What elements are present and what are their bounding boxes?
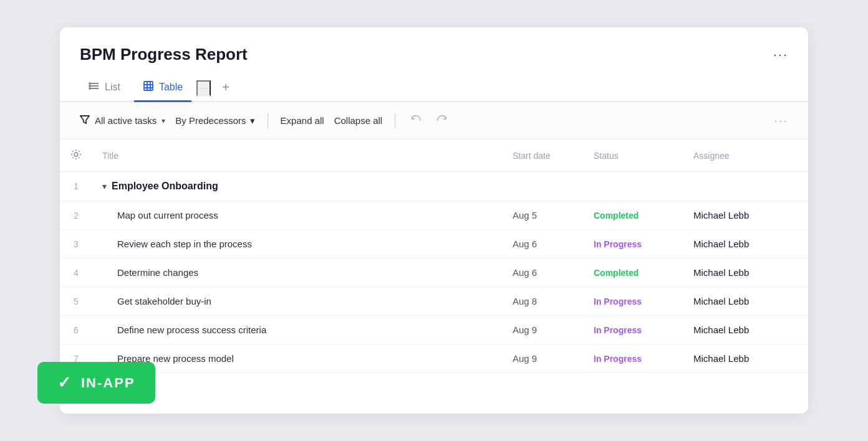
tab-table[interactable]: Table — [134, 74, 191, 102]
row-assignee-cell: Michael Lebb — [683, 230, 808, 258]
tasks-table: Title Start date Status Assignee 1▾Emplo… — [60, 140, 808, 373]
title-column-header: Title — [92, 140, 503, 172]
row-number: 1 — [60, 172, 92, 201]
toolbar-divider — [268, 113, 268, 128]
svg-marker-11 — [80, 116, 89, 123]
date-column-header: Start date — [503, 140, 584, 172]
filter-button[interactable]: All active tasks ▾ — [80, 115, 165, 127]
page-title: BPM Progress Report — [80, 45, 248, 64]
row-status-cell: In Progress — [584, 230, 683, 258]
status-badge: Completed — [594, 211, 639, 220]
row-assignee-cell: Michael Lebb — [683, 316, 808, 344]
row-assignee-cell: Michael Lebb — [683, 344, 808, 373]
table-icon — [143, 80, 154, 94]
row-assignee-cell: Michael Lebb — [683, 287, 808, 316]
in-app-badge: ✓ IN-APP — [37, 362, 155, 404]
table-row[interactable]: 3Review each step in the processAug 6In … — [60, 230, 808, 258]
row-status-cell: In Progress — [584, 344, 683, 373]
task-title-text: Get stakeholder buy-in — [102, 296, 211, 306]
row-date-cell: Aug 9 — [503, 316, 584, 344]
row-date-cell: Aug 6 — [503, 230, 584, 258]
table-header-row: Title Start date Status Assignee — [60, 140, 808, 172]
settings-icon — [70, 153, 82, 163]
row-status-cell: In Progress — [584, 316, 683, 344]
row-title-cell: Determine changes — [92, 258, 503, 287]
row-status-cell: Completed — [584, 201, 683, 230]
table-row[interactable]: 7Prepare new process modelAug 9In Progre… — [60, 344, 808, 373]
row-status-cell: In Progress — [584, 287, 683, 316]
svg-point-12 — [74, 153, 78, 156]
table-row[interactable]: 4Determine changesAug 6CompletedMichael … — [60, 258, 808, 287]
row-status-cell — [584, 172, 683, 201]
status-badge: In Progress — [594, 354, 642, 364]
toolbar-more-button[interactable]: ··· — [774, 113, 788, 128]
row-assignee-cell: Michael Lebb — [683, 258, 808, 287]
filter-icon — [80, 115, 90, 127]
filter-chevron-icon: ▾ — [162, 116, 165, 125]
row-number: 2 — [60, 201, 92, 230]
row-date-cell: Aug 5 — [503, 201, 584, 230]
table-row[interactable]: 2Map out current processAug 5CompletedMi… — [60, 201, 808, 230]
row-number: 5 — [60, 287, 92, 316]
row-title-cell: Get stakeholder buy-in — [92, 287, 503, 316]
tabs-add-button[interactable]: + — [216, 75, 236, 100]
svg-point-5 — [89, 88, 90, 89]
row-assignee-cell — [683, 172, 808, 201]
row-title-cell: ▾Employee Onboarding — [92, 172, 503, 201]
toolbar-divider-2 — [395, 113, 395, 128]
list-icon — [89, 80, 100, 94]
settings-column-header[interactable] — [60, 140, 92, 172]
row-number: 4 — [60, 258, 92, 287]
collapse-all-button[interactable]: Collapse all — [334, 115, 383, 126]
group-title-text: Employee Onboarding — [112, 181, 218, 192]
status-badge: In Progress — [594, 296, 642, 306]
table-row[interactable]: 5Get stakeholder buy-inAug 8In ProgressM… — [60, 287, 808, 316]
table-body: 1▾Employee Onboarding2Map out current pr… — [60, 172, 808, 373]
row-date-cell: Aug 6 — [503, 258, 584, 287]
table-container: Title Start date Status Assignee 1▾Emplo… — [60, 140, 808, 373]
group-chevron-icon: ▾ — [250, 115, 255, 126]
task-title-text: Determine changes — [102, 267, 198, 278]
tab-bar: List Table ··· + — [60, 74, 808, 102]
badge-check-icon: ✓ — [57, 373, 72, 392]
undo-button[interactable] — [408, 111, 424, 130]
status-badge: In Progress — [594, 239, 642, 249]
badge-label: IN-APP — [81, 375, 135, 391]
status-column-header: Status — [584, 140, 683, 172]
group-button[interactable]: By Predecessors ▾ — [175, 115, 254, 126]
task-title-text: Define new process success criteria — [102, 325, 266, 335]
svg-rect-6 — [144, 82, 153, 90]
table-row[interactable]: 1▾Employee Onboarding — [60, 172, 808, 201]
tab-list-label: List — [105, 82, 120, 93]
filter-label: All active tasks — [95, 115, 157, 126]
group-label: By Predecessors — [175, 115, 246, 126]
task-title-text: Map out current process — [102, 210, 218, 220]
redo-button[interactable] — [434, 111, 450, 130]
row-assignee-cell: Michael Lebb — [683, 201, 808, 230]
row-title-cell: Map out current process — [92, 201, 503, 230]
status-badge: In Progress — [594, 325, 642, 335]
row-number: 6 — [60, 316, 92, 344]
row-date-cell — [503, 172, 584, 201]
row-date-cell: Aug 8 — [503, 287, 584, 316]
task-title-text: Review each step in the process — [102, 239, 252, 249]
toolbar: All active tasks ▾ By Predecessors ▾ Exp… — [60, 102, 808, 140]
row-title-cell: Review each step in the process — [92, 230, 503, 258]
expand-all-button[interactable]: Expand all — [281, 115, 324, 126]
status-badge: Completed — [594, 268, 639, 278]
table-row[interactable]: 6Define new process success criteriaAug … — [60, 316, 808, 344]
group-expand-icon[interactable]: ▾ — [102, 181, 107, 191]
row-title-cell: Define new process success criteria — [92, 316, 503, 344]
row-status-cell: Completed — [584, 258, 683, 287]
header-more-button[interactable]: ··· — [773, 47, 788, 63]
tab-list[interactable]: List — [80, 74, 129, 102]
row-number: 3 — [60, 230, 92, 258]
svg-point-4 — [89, 85, 90, 87]
svg-point-3 — [89, 83, 90, 84]
main-card: BPM Progress Report ··· List Table — [60, 27, 808, 414]
tabs-more-button[interactable]: ··· — [196, 80, 211, 97]
card-header: BPM Progress Report ··· — [60, 27, 808, 74]
row-date-cell: Aug 9 — [503, 344, 584, 373]
assignee-column-header: Assignee — [683, 140, 808, 172]
tab-table-label: Table — [159, 82, 183, 93]
